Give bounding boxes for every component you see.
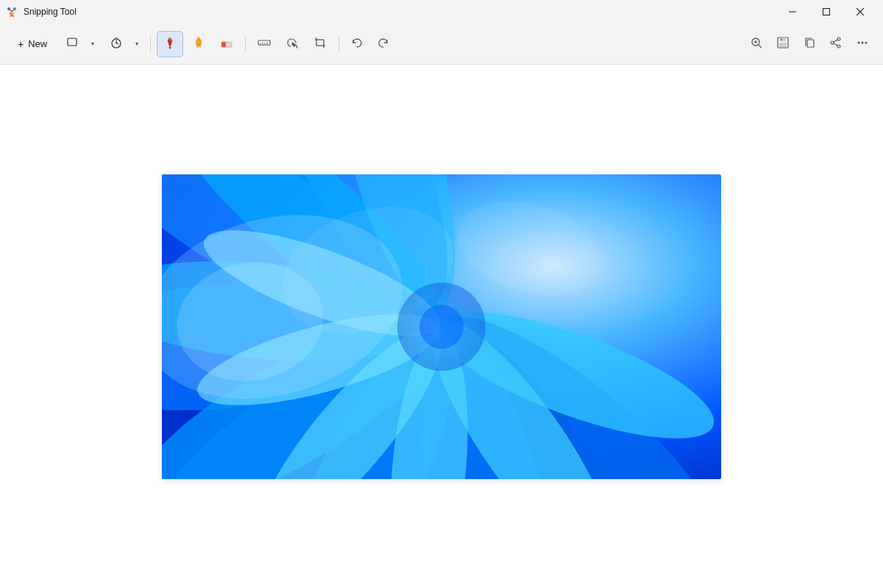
screenshot-image	[162, 174, 721, 479]
svg-rect-37	[781, 38, 782, 40]
redo-icon	[377, 37, 389, 51]
crop-icon	[313, 36, 327, 52]
svg-rect-19	[221, 42, 226, 47]
svg-marker-14	[169, 47, 171, 49]
toolbar: + New ▾ ▾	[0, 24, 883, 65]
undo-icon	[351, 37, 363, 51]
svg-rect-2	[789, 12, 796, 13]
svg-line-43	[834, 43, 837, 46]
svg-rect-36	[779, 43, 787, 47]
ruler-button[interactable]	[252, 31, 277, 57]
main-content	[0, 65, 883, 588]
title-bar-left: Snipping Tool	[6, 6, 77, 18]
eraser-button[interactable]	[214, 31, 239, 57]
highlighter-icon	[192, 36, 205, 52]
divider-1	[150, 35, 151, 53]
wallpaper-svg	[162, 174, 721, 479]
touch-icon	[286, 36, 299, 52]
maximize-button[interactable]	[809, 0, 843, 24]
new-label: New	[28, 38, 47, 49]
timer-split-button: ▾	[103, 31, 144, 57]
svg-point-41	[831, 41, 834, 44]
ruler-icon	[258, 36, 271, 52]
minimize-button[interactable]	[776, 0, 809, 24]
pen-icon	[163, 36, 177, 52]
undo-button[interactable]	[345, 31, 369, 57]
share-icon	[830, 37, 842, 51]
svg-rect-3	[823, 9, 830, 15]
snip-mode-split-button: ▾	[59, 31, 100, 57]
plus-icon: +	[18, 38, 24, 50]
share-button[interactable]	[824, 31, 848, 57]
title-bar-controls	[776, 0, 877, 24]
svg-rect-6	[68, 38, 77, 46]
app-title: Snipping Tool	[24, 7, 77, 17]
divider-2	[245, 35, 246, 53]
snip-mode-icon	[66, 37, 78, 51]
svg-point-40	[837, 45, 840, 48]
save-button[interactable]	[771, 31, 795, 57]
highlighter-button[interactable]	[186, 31, 211, 57]
svg-line-25	[296, 45, 297, 48]
zoom-in-button[interactable]	[745, 31, 768, 57]
app-icon	[6, 6, 18, 18]
snip-mode-button[interactable]	[59, 31, 85, 57]
timer-chevron-icon: ▾	[135, 40, 138, 47]
svg-point-44	[858, 42, 860, 44]
divider-3	[338, 35, 339, 53]
pen-button[interactable]	[157, 31, 183, 57]
svg-line-33	[759, 45, 762, 48]
zoom-in-icon	[751, 37, 762, 51]
crop-button[interactable]	[308, 31, 333, 57]
more-options-icon	[857, 37, 868, 51]
timer-arrow-button[interactable]: ▾	[130, 31, 144, 57]
touch-writing-button[interactable]	[280, 31, 305, 57]
timer-icon	[110, 37, 122, 51]
copy-icon	[804, 37, 815, 51]
snip-mode-chevron-icon: ▾	[91, 40, 94, 47]
svg-rect-20	[258, 40, 270, 45]
save-icon	[777, 37, 789, 51]
svg-point-72	[419, 305, 464, 349]
copy-button[interactable]	[798, 31, 821, 57]
eraser-icon	[220, 36, 233, 52]
snip-mode-arrow-button[interactable]: ▾	[85, 31, 100, 57]
title-bar: Snipping Tool	[0, 0, 883, 24]
svg-point-45	[862, 42, 864, 44]
redo-button[interactable]	[372, 31, 395, 57]
svg-point-39	[837, 38, 840, 40]
new-button[interactable]: + New	[9, 31, 56, 57]
timer-button[interactable]	[103, 31, 130, 57]
more-options-button[interactable]	[851, 31, 874, 57]
svg-point-46	[865, 42, 868, 44]
svg-line-42	[834, 40, 837, 42]
svg-rect-16	[197, 46, 200, 49]
svg-rect-38	[807, 40, 814, 47]
close-button[interactable]	[843, 0, 877, 24]
